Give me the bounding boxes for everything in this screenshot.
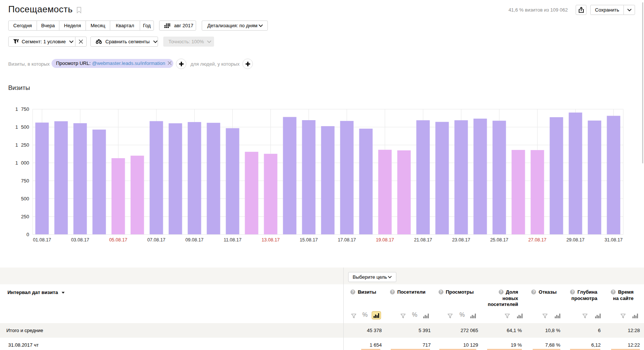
- svg-text:03.08.17: 03.08.17: [71, 237, 89, 243]
- svg-text:17.08.17: 17.08.17: [338, 237, 356, 243]
- svg-text:750: 750: [21, 178, 29, 184]
- svg-text:1 250: 1 250: [15, 142, 29, 148]
- svg-text:1 000: 1 000: [15, 160, 29, 166]
- svg-text:25.08.17: 25.08.17: [490, 237, 508, 243]
- svg-text:1 500: 1 500: [15, 124, 29, 130]
- svg-text:15.08.17: 15.08.17: [300, 237, 318, 243]
- svg-text:01.08.17: 01.08.17: [33, 237, 51, 243]
- svg-text:29.08.17: 29.08.17: [566, 237, 585, 243]
- svg-text:07.08.17: 07.08.17: [147, 237, 165, 243]
- svg-text:1 750: 1 750: [15, 106, 29, 112]
- svg-text:09.08.17: 09.08.17: [185, 237, 204, 243]
- svg-text:31.08.17: 31.08.17: [604, 237, 623, 243]
- svg-text:13.08.17: 13.08.17: [261, 237, 280, 243]
- svg-text:0: 0: [27, 232, 29, 237]
- svg-text:05.08.17: 05.08.17: [109, 237, 127, 243]
- svg-text:500: 500: [21, 196, 29, 201]
- svg-text:11.08.17: 11.08.17: [224, 237, 242, 243]
- svg-text:27.08.17: 27.08.17: [528, 237, 547, 243]
- svg-text:21.08.17: 21.08.17: [414, 237, 432, 243]
- svg-text:19.08.17: 19.08.17: [376, 237, 394, 243]
- svg-text:250: 250: [21, 214, 29, 219]
- svg-text:23.08.17: 23.08.17: [452, 237, 470, 243]
